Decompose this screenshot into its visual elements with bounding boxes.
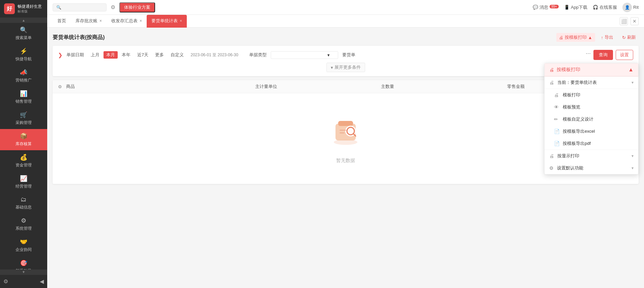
- date-prev-month[interactable]: 上月: [88, 51, 102, 59]
- dropdown-item-export-excel[interactable]: 📄 按模板导出excel: [545, 125, 638, 137]
- sidebar-item-quick-nav[interactable]: ⚡ 快捷导航: [0, 44, 47, 65]
- sidebar-item-label: 企业协同: [16, 247, 32, 253]
- dropdown-group-section: 🖨 按显示打印 ▾ ⚙ 设置默认功能 ▾: [545, 150, 638, 174]
- date-custom[interactable]: 自定义: [168, 51, 186, 59]
- expand-more-btn[interactable]: ▾ 展开更多条件: [326, 63, 365, 72]
- dropdown-current-item[interactable]: 🖨 当前：要货单统计表 ▾: [545, 76, 638, 89]
- sidebar-item-search[interactable]: 🔍 搜索菜单: [0, 23, 47, 44]
- refresh-btn[interactable]: ↻ 刷新: [619, 33, 639, 42]
- preview-icon: 👁: [554, 104, 559, 110]
- sidebar-scroll-up[interactable]: ▲: [0, 18, 47, 23]
- tab-close-all-btn[interactable]: ✕: [631, 17, 639, 25]
- dropdown-item-label: 模板预览: [563, 104, 580, 110]
- type-filter-label: 单据类型: [249, 52, 267, 58]
- sidebar: 好 畅捷通好生意 标准版 ▲ 🔍 搜索菜单 ⚡ 快捷导航 📣 营销推广 📊 销售…: [0, 0, 47, 288]
- customer-service-item[interactable]: 🎧 在线客服: [593, 4, 617, 10]
- tab-inventory-batch-label: 库存批次账: [76, 18, 97, 24]
- date-this-year[interactable]: 本年: [119, 51, 133, 59]
- col-header-qty: 主数量: [381, 84, 507, 90]
- filter-expand-icon[interactable]: ❯: [58, 52, 62, 58]
- default-func-left: ⚙ 设置默认功能: [549, 165, 583, 171]
- sidebar-item-purchase[interactable]: 🛒 采购管理: [0, 108, 47, 129]
- svg-rect-6: [340, 130, 346, 131]
- tab-receivable-summary[interactable]: 收发存汇总表 ×: [107, 15, 147, 28]
- query-button[interactable]: 查询: [593, 50, 613, 60]
- sidebar-item-finance[interactable]: 💰 资金管理: [0, 150, 47, 171]
- dropdown-current-left: 🖨 当前：要货单统计表: [549, 79, 597, 86]
- message-item[interactable]: 💬 消息 99+: [533, 4, 559, 10]
- collapse-icon[interactable]: ◀: [40, 278, 44, 285]
- gear-icon: ⚙: [21, 217, 26, 224]
- tab-order-stats[interactable]: 要货单统计表 ×: [147, 15, 187, 28]
- dropdown-collapse-btn[interactable]: ▲: [628, 67, 634, 73]
- user-item[interactable]: 👤 Rit: [622, 3, 639, 12]
- promo-button[interactable]: 体验行业方案: [119, 2, 155, 12]
- app-download-item[interactable]: 📱 App下载: [564, 4, 587, 10]
- tab-home[interactable]: 首页: [53, 15, 71, 28]
- sidebar-item-guide[interactable]: 🎯 新手引导: [0, 256, 47, 269]
- topbar: 🔍 ⚙ 体验行业方案 💬 消息 99+ 📱 App下载 🎧 在线客服 👤: [47, 0, 644, 15]
- tab-home-label: 首页: [57, 18, 66, 24]
- table-settings-icon[interactable]: ⚙: [58, 84, 62, 89]
- dropdown-item-template-custom[interactable]: ✏ 模板自定义设计: [545, 113, 638, 125]
- expand-more-label: 展开更多条件: [334, 64, 361, 70]
- logo-text: 畅捷通好生意 标准版: [18, 4, 42, 14]
- sidebar-item-label: 采购管理: [16, 120, 32, 126]
- sidebar-item-label: 经营管理: [16, 184, 32, 189]
- tab-order-stats-close[interactable]: ×: [180, 19, 182, 23]
- chevron-down-icon: ▾: [327, 53, 330, 58]
- page-actions: 🖨 按模板打印 ▲ ↑ 导出 ↻ 刷新: [556, 33, 639, 42]
- sidebar-item-label: 销售管理: [16, 99, 32, 104]
- svg-rect-2: [338, 121, 353, 126]
- sidebar-item-collab[interactable]: 🤝 企业协同: [0, 235, 47, 256]
- display-print-arrow: ▾: [632, 154, 634, 158]
- sidebar-item-operations[interactable]: 📈 经营管理: [0, 171, 47, 193]
- tab-maximize-btn[interactable]: ⬜: [620, 17, 628, 25]
- display-print-label: 按显示打印: [557, 153, 579, 159]
- tab-inventory-batch-close[interactable]: ×: [99, 19, 102, 23]
- dropdown-title-text: 按模板打印: [557, 67, 580, 73]
- date-options: 上月 本月 本年 近7天 更多 自定义: [88, 51, 186, 59]
- message-icon: 💬: [533, 5, 538, 10]
- current-printer-icon: 🖨: [549, 80, 554, 85]
- sidebar-item-inventory[interactable]: 📦 库存核算: [0, 129, 47, 150]
- tab-inventory-batch[interactable]: 库存批次账 ×: [71, 15, 107, 28]
- sidebar-item-label: 资金管理: [16, 162, 32, 168]
- topbar-settings-icon[interactable]: ⚙: [111, 4, 115, 10]
- topbar-search[interactable]: 🔍: [53, 3, 107, 11]
- dropdown-default-func[interactable]: ⚙ 设置默认功能 ▾: [545, 162, 638, 174]
- sidebar-item-system[interactable]: ⚙ 系统管理: [0, 214, 47, 235]
- export-btn[interactable]: ↑ 导出: [598, 33, 616, 42]
- more-options-icon[interactable]: ···: [586, 50, 591, 60]
- dropdown-display-print[interactable]: 🖨 按显示打印 ▾: [545, 150, 638, 162]
- topbar-search-icon: 🔍: [56, 5, 61, 10]
- sidebar-scroll-down[interactable]: ▼: [0, 269, 47, 275]
- dropdown-item-template-print[interactable]: 🖨 模板打印: [545, 89, 638, 101]
- message-badge: 99+: [550, 5, 559, 8]
- dropdown-item-export-pdf[interactable]: 📄 按模板导出pdf: [545, 137, 638, 150]
- dropdown-item-template-preview[interactable]: 👁 模板预览: [545, 101, 638, 113]
- download-icon: 📱: [564, 5, 569, 10]
- settings-bottom-icon[interactable]: ⚙: [3, 278, 8, 285]
- dropdown-header: 🖨 按模板打印 ▲: [545, 63, 638, 76]
- settings-button[interactable]: 设置: [616, 50, 633, 60]
- date-more[interactable]: 更多: [152, 51, 167, 59]
- type-select[interactable]: ▾: [271, 51, 338, 59]
- box-icon: 📦: [20, 132, 27, 140]
- sidebar-item-basic[interactable]: 🗂 基础信息: [0, 193, 47, 214]
- display-print-left: 🖨 按显示打印: [549, 153, 579, 159]
- default-func-label: 设置默认功能: [557, 165, 583, 171]
- sidebar-item-sales[interactable]: 📊 销售管理: [0, 87, 47, 108]
- export-icon: ↑: [601, 35, 604, 40]
- app-logo: 好 畅捷通好生意 标准版: [0, 0, 47, 18]
- date-last7[interactable]: 近7天: [135, 51, 151, 59]
- tab-receivable-close[interactable]: ×: [140, 19, 142, 23]
- print-template-btn[interactable]: 🖨 按模板打印 ▲: [556, 33, 595, 42]
- sidebar-item-label: 营销推广: [16, 77, 32, 83]
- topbar-left: 🔍 ⚙ 体验行业方案: [53, 2, 155, 12]
- page-content: 要货单统计表(按商品) 🖨 按模板打印 ▲ ↑ 导出 ↻ 刷新: [47, 28, 644, 288]
- date-this-month[interactable]: 本月: [104, 51, 118, 59]
- sidebar-item-label: 快捷导航: [16, 56, 32, 62]
- sidebar-item-marketing[interactable]: 📣 营销推广: [0, 65, 47, 87]
- dropdown-items-section: 🖨 模板打印 👁 模板预览 ✏ 模板自定义设计 📄 按模板导出excel 📄: [545, 89, 638, 150]
